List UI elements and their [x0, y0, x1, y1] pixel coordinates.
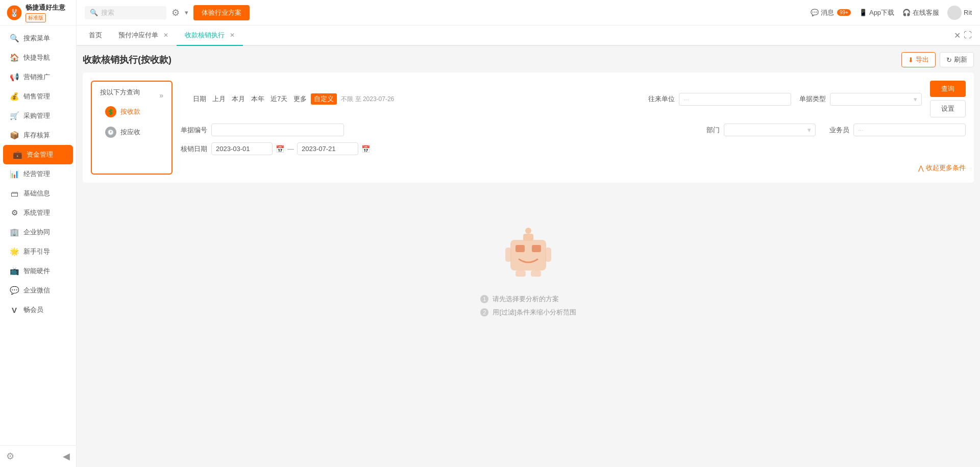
- salesperson-select[interactable]: ···: [853, 124, 966, 136]
- date-shortcut-7days[interactable]: 近7天: [268, 93, 289, 105]
- date-shortcut-custom[interactable]: 自定义: [311, 93, 337, 105]
- sidebar-item-inventory-label: 库存核算: [23, 131, 50, 140]
- filter-row-3: 核销日期 📅 — 📅: [181, 142, 966, 155]
- sidebar-item-quick-nav[interactable]: 🏠 快捷导航: [0, 48, 76, 67]
- app-download-item[interactable]: 📱 App下载: [859, 8, 894, 17]
- guide-icon: 🌟: [9, 247, 19, 256]
- writeoff-date-range: 📅 — 📅: [211, 142, 370, 155]
- doc-type-field: 单据类型 ▾: [799, 93, 922, 106]
- sidebar-item-enterprise[interactable]: 🏢 企业协同: [0, 223, 76, 242]
- sidebar-item-wechat-label: 企业微信: [23, 286, 50, 295]
- writeoff-date-from-input[interactable]: [211, 142, 273, 155]
- department-label: 部门: [694, 126, 720, 135]
- sidebar-item-member-label: 畅会员: [23, 305, 43, 314]
- calendar-from-icon[interactable]: 📅: [276, 145, 284, 153]
- footer-collapse-icon[interactable]: ◀: [63, 451, 70, 462]
- date-shortcut-last-month[interactable]: 上月: [210, 93, 228, 105]
- sidebar-item-sales[interactable]: 💰 销售管理: [0, 87, 76, 106]
- sidebar-item-purchase-label: 采购管理: [23, 111, 50, 120]
- partner-label: 往来单位: [648, 94, 675, 104]
- sidebar-item-system-label: 系统管理: [23, 208, 50, 217]
- page-header: 收款核销执行(按收款) ⬇ 导出 ↻ 刷新: [83, 52, 974, 67]
- svg-rect-3: [516, 245, 525, 252]
- refresh-button[interactable]: ↻ 刷新: [940, 52, 974, 67]
- svg-text:🐰: 🐰: [10, 8, 19, 17]
- date-range-separator: —: [287, 145, 294, 153]
- sidebar-item-wechat[interactable]: 💬 企业微信: [0, 281, 76, 300]
- sidebar-item-basic[interactable]: 🗃 基础信息: [0, 184, 76, 203]
- sidebar-item-guide[interactable]: 🌟 新手引导: [0, 242, 76, 261]
- member-icon: V: [9, 306, 19, 314]
- sidebar: 🐰 畅捷通好生意 标准版 🔍 搜索菜单 🏠 快捷导航 📢 营销推广 💰 销售管理…: [0, 0, 77, 467]
- svg-rect-9: [516, 271, 526, 277]
- sidebar-item-member[interactable]: V 畅会员: [0, 300, 76, 319]
- tab-prepay[interactable]: 预付冲应付单 ✕: [110, 26, 177, 46]
- notifications-label: 消息: [821, 8, 834, 17]
- tab-home[interactable]: 首页: [81, 26, 110, 46]
- export-button[interactable]: ⬇ 导出: [901, 52, 936, 67]
- tab-receipt-writeoff[interactable]: 收款核销执行 ✕: [177, 26, 243, 46]
- filter-area: 按以下方查询 » 💲 按收款 🕐 按应收 日期: [83, 72, 974, 183]
- date-shortcut-this-year[interactable]: 本年: [249, 93, 266, 105]
- app-download-label: App下载: [869, 8, 894, 17]
- filter-right-panel: 日期 上月 本月 本年 近7天 更多 自定义 不限 至 2023-07-26: [181, 81, 966, 175]
- collapse-up-icon: ⋀: [918, 164, 924, 172]
- logo-name: 畅捷通好生意: [26, 3, 65, 12]
- doc-type-select[interactable]: ▾: [830, 93, 922, 106]
- date-shortcut-this-month[interactable]: 本月: [230, 93, 247, 105]
- date-label: 日期: [181, 94, 206, 104]
- filter-option-by-receivable[interactable]: 🕐 按应收: [100, 124, 163, 141]
- filter-row-1: 日期 上月 本月 本年 近7天 更多 自定义 不限 至 2023-07-26: [181, 81, 966, 117]
- user-item[interactable]: Rit: [947, 6, 972, 20]
- close-tab-icon[interactable]: ✕: [954, 31, 961, 40]
- main: 🔍 搜索 ⚙ ▾ 体验行业方案 💬 消息 99+ 📱 App下载 🎧 在线客服: [77, 0, 980, 467]
- filter-option-by-receipt[interactable]: 💲 按收款: [100, 103, 163, 120]
- export-label: 导出: [916, 55, 929, 64]
- tab-receipt-writeoff-close-icon[interactable]: ✕: [230, 32, 235, 39]
- department-select[interactable]: ▾: [724, 124, 816, 136]
- collapse-more-btn[interactable]: ⋀ 收起更多条件: [181, 161, 966, 175]
- filter-panel-collapse-icon[interactable]: »: [159, 91, 163, 100]
- writeoff-date-to-input[interactable]: [297, 142, 358, 155]
- refresh-icon: ↻: [946, 56, 952, 64]
- chevron-down-icon[interactable]: ▾: [185, 9, 188, 16]
- online-service-item[interactable]: 🎧 在线客服: [902, 8, 939, 17]
- sidebar-item-finance[interactable]: 💼 资金管理: [3, 145, 73, 164]
- empty-tips: 1 请先选择要分析的方案 2 用[过滤]条件来缩小分析范围: [480, 292, 576, 319]
- sidebar-item-inventory[interactable]: 📦 库存核算: [0, 126, 76, 145]
- doc-type-label: 单据类型: [799, 94, 826, 104]
- notifications-item[interactable]: 💬 消息 99+: [811, 8, 851, 17]
- calendar-to-icon[interactable]: 📅: [361, 145, 370, 153]
- sidebar-item-system[interactable]: ⚙ 系统管理: [0, 203, 76, 223]
- tabs-bar: 首页 预付冲应付单 ✕ 收款核销执行 ✕ ✕ ⛶: [77, 26, 980, 46]
- doc-number-input[interactable]: [211, 124, 344, 136]
- sidebar-item-hardware-label: 智能硬件: [23, 266, 50, 276]
- footer-settings-icon[interactable]: ⚙: [6, 451, 14, 462]
- service-icon: 🎧: [902, 9, 911, 16]
- notifications-badge: 99+: [837, 9, 851, 16]
- collapse-more-label: 收起更多条件: [926, 163, 966, 173]
- sidebar-item-purchase[interactable]: 🛒 采购管理: [0, 106, 76, 126]
- query-button[interactable]: 查询: [930, 81, 966, 97]
- expand-tab-icon[interactable]: ⛶: [964, 31, 972, 40]
- gear-icon[interactable]: ⚙: [172, 7, 180, 18]
- search-icon: 🔍: [90, 9, 98, 16]
- sidebar-item-finance-label: 资金管理: [27, 150, 53, 159]
- sidebar-item-marketing-label: 营销推广: [23, 72, 50, 82]
- partner-field: 往来单位 ···: [648, 93, 791, 106]
- operation-icon: 📊: [9, 169, 19, 179]
- partner-select[interactable]: ···: [679, 93, 791, 106]
- sidebar-item-hardware[interactable]: 📺 智能硬件: [0, 261, 76, 281]
- search-box[interactable]: 🔍 搜索: [85, 6, 166, 19]
- logo-sub: 标准版: [26, 13, 46, 22]
- date-shortcut-more[interactable]: 更多: [291, 93, 309, 105]
- sidebar-item-search[interactable]: 🔍 搜索菜单: [0, 29, 76, 48]
- sidebar-item-operation[interactable]: 📊 经营管理: [0, 164, 76, 184]
- tab-prepay-close-icon[interactable]: ✕: [163, 32, 168, 39]
- setting-button[interactable]: 设置: [930, 100, 966, 117]
- tabs-actions: ✕ ⛶: [954, 31, 976, 40]
- sidebar-nav: 🔍 搜索菜单 🏠 快捷导航 📢 营销推广 💰 销售管理 🛒 采购管理 📦 库存核…: [0, 26, 76, 445]
- sidebar-item-marketing[interactable]: 📢 营销推广: [0, 67, 76, 87]
- logo-icon: 🐰: [6, 5, 22, 21]
- solution-button[interactable]: 体验行业方案: [193, 5, 250, 20]
